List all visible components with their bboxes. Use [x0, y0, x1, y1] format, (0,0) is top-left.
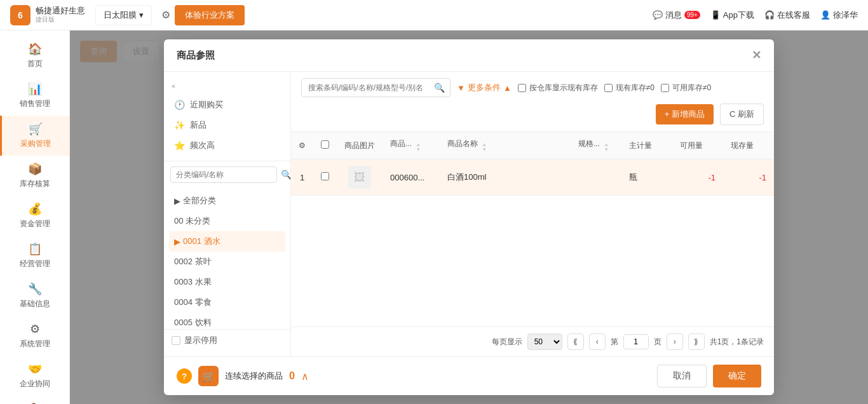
current-stock-filter-label[interactable]: 现有库存≠0: [604, 83, 654, 93]
sidebar-item-basics[interactable]: 🔧 基础信息: [0, 276, 69, 316]
table-body: 1 🖼 00: [291, 159, 774, 196]
app-download-item[interactable]: 📱 App下载: [710, 10, 754, 21]
col-img-header: 商品图片: [337, 132, 383, 159]
col-spec-header[interactable]: 规格... ▲ ▼: [571, 132, 621, 159]
last-page-btn[interactable]: ⟫: [688, 333, 705, 350]
cat-label-liquor: 0001 酒水: [183, 236, 220, 247]
warehouse-filter-checkbox[interactable]: [518, 84, 526, 92]
quick-item-frequent-label: 频次高: [190, 140, 215, 151]
cat-item-beverage[interactable]: 0005 饮料: [169, 313, 285, 329]
logo-area: 6 畅捷通好生意 捷目版: [10, 5, 85, 25]
sidebar-label-system: 系统管理: [20, 339, 50, 349]
current-stock-filter-checkbox[interactable]: [604, 84, 613, 92]
cat-arrow-liquor: ▶: [174, 237, 180, 246]
quick-item-new-label: 新品: [190, 119, 207, 131]
confirm-btn[interactable]: 确定: [713, 365, 761, 387]
next-page-btn[interactable]: ›: [667, 333, 683, 350]
user-item[interactable]: 👤 徐泽华: [820, 10, 858, 21]
modal-close-icon[interactable]: ✕: [752, 48, 761, 62]
quick-item-recent-label: 近期购买: [190, 99, 223, 111]
sidebar: 🏠 首页 📊 销售管理 🛒 采购管理 📦 库存核算 💰 资金管理 📋 经营管理 …: [0, 30, 70, 404]
sales-icon: 📊: [28, 82, 42, 96]
content-area: 查询 设置 刷新 商品参照 ✕ «: [70, 30, 868, 404]
sort-name-icon: ▲ ▼: [482, 142, 487, 152]
table-header-row: ⚙ 商品图片 商品...: [291, 132, 774, 159]
chevron-down-icon: ▾: [139, 10, 144, 20]
row-stock-cell: -1: [723, 159, 774, 196]
quick-item-frequent[interactable]: ⭐ 频次高: [169, 135, 285, 156]
page-word: 第: [611, 337, 618, 347]
message-badge: 99+: [684, 11, 700, 19]
show-disabled-label[interactable]: 显示停用: [172, 335, 283, 346]
cat-item-liquor[interactable]: ▶ 0001 酒水: [169, 231, 285, 252]
select-all-checkbox[interactable]: [321, 140, 329, 149]
quick-item-new[interactable]: ✨ 新品: [169, 115, 285, 135]
clock-icon: 🕐: [174, 100, 185, 110]
star-new-icon: ✨: [174, 120, 185, 130]
cancel-btn[interactable]: 取消: [657, 365, 707, 387]
collapse-left-icon[interactable]: «: [172, 82, 175, 90]
row-avail: -1: [708, 173, 715, 182]
sidebar-item-finance[interactable]: 💰 资金管理: [0, 196, 69, 236]
cat-label-all: 全部分类: [183, 195, 216, 206]
sidebar-label-basics: 基础信息: [20, 299, 50, 309]
settings-icon[interactable]: ⚙: [157, 6, 175, 24]
help-icon[interactable]: ?: [177, 368, 192, 384]
add-product-btn[interactable]: + 新增商品: [656, 104, 714, 125]
col-stock-header: 现存量: [723, 132, 774, 159]
selected-label: 连续选择的商品: [225, 370, 283, 382]
first-page-btn[interactable]: ⟪: [567, 333, 584, 350]
cat-item-fruit[interactable]: 0003 水果: [169, 272, 285, 292]
company-dropdown[interactable]: 日太阳膜 ▾: [95, 5, 152, 25]
category-search-btn[interactable]: 🔍: [281, 170, 291, 180]
sidebar-item-guide[interactable]: 📚 新手引导: [0, 396, 69, 404]
warehouse-filter-label[interactable]: 按仓库显示现有库存: [518, 83, 598, 93]
page-input[interactable]: [623, 334, 649, 349]
cat-item-snack[interactable]: 0004 零食: [169, 292, 285, 313]
sidebar-item-inventory[interactable]: 📦 库存核算: [0, 156, 69, 196]
row-code-cell: 000600...: [383, 159, 440, 196]
main-search-btn[interactable]: 🔍: [429, 79, 450, 97]
cat-item-tea[interactable]: 0002 茶叶: [169, 252, 285, 272]
sidebar-item-enterprise[interactable]: 🤝 企业协同: [0, 356, 69, 396]
sidebar-item-home[interactable]: 🏠 首页: [0, 36, 69, 76]
sidebar-item-system[interactable]: ⚙ 系统管理: [0, 316, 69, 356]
chevron-up-icon: ▲: [503, 83, 512, 93]
trial-btn[interactable]: 体验行业方案: [175, 5, 245, 25]
product-reference-modal: 商品参照 ✕ « 🕐 近期购买: [164, 39, 774, 395]
dropdown-label: 日太阳膜: [104, 10, 137, 21]
col-name-header[interactable]: 商品名称 ▲ ▼: [440, 132, 571, 159]
system-icon: ⚙: [30, 322, 40, 336]
table-row[interactable]: 1 🖼 00: [291, 159, 774, 196]
row-checkbox[interactable]: [321, 172, 329, 180]
modal-header: 商品参照 ✕: [164, 39, 774, 72]
sidebar-item-operations[interactable]: 📋 经营管理: [0, 236, 69, 276]
filter-btn[interactable]: ▼ 更多条件 ▲: [457, 82, 512, 93]
avail-stock-filter-checkbox[interactable]: [661, 84, 669, 92]
online-service-item[interactable]: 🎧 在线客服: [764, 10, 810, 21]
per-page-select[interactable]: 50 100 200: [527, 333, 562, 350]
messages-item[interactable]: 💬 消息 99+: [653, 10, 700, 21]
cat-item-uncategorized[interactable]: 00 未分类: [169, 211, 285, 231]
row-image-cell: 🖼: [337, 159, 383, 196]
prev-page-btn[interactable]: ‹: [589, 333, 606, 350]
row-checkbox-cell[interactable]: [313, 159, 337, 196]
category-search-input[interactable]: [170, 166, 277, 183]
col-code-header[interactable]: 商品... ▲ ▼: [383, 132, 440, 159]
refresh-btn[interactable]: C 刷新: [720, 104, 764, 125]
cat-arrow-all: ▶: [174, 196, 180, 206]
show-disabled-checkbox[interactable]: [172, 336, 180, 345]
purchase-icon: 🛒: [29, 122, 43, 136]
col-settings-header[interactable]: ⚙: [291, 132, 313, 159]
cat-label-tea: 0002 茶叶: [174, 256, 212, 267]
quick-item-recent[interactable]: 🕐 近期购买: [169, 95, 285, 115]
cart-icon[interactable]: 🛒: [198, 366, 219, 386]
avail-stock-filter-label[interactable]: 可用库存≠0: [661, 83, 711, 93]
sort-spec-icon: ▲ ▼: [604, 142, 609, 152]
sidebar-item-purchase[interactable]: 🛒 采购管理: [0, 116, 69, 156]
sidebar-item-sales[interactable]: 📊 销售管理: [0, 76, 69, 116]
cat-item-all[interactable]: ▶ 全部分类: [169, 191, 285, 211]
col-unit-header[interactable]: 主计量: [621, 132, 672, 159]
main-search-input[interactable]: [302, 79, 429, 96]
footer-collapse-btn[interactable]: ∧: [301, 370, 309, 382]
